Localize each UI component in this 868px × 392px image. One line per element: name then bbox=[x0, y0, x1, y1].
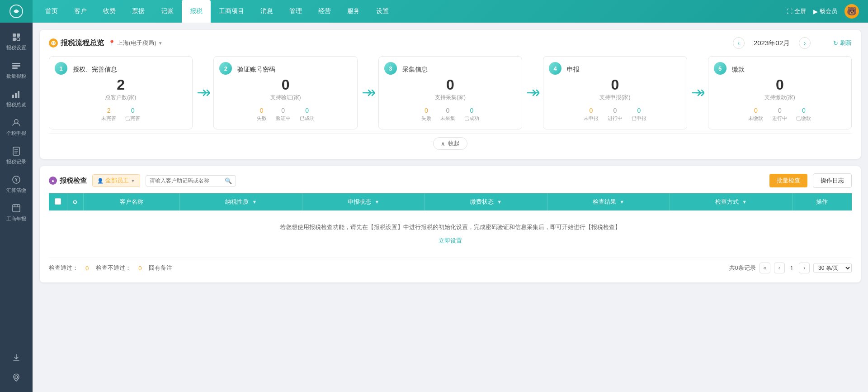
nav-settings[interactable]: 设置 bbox=[368, 0, 397, 23]
next-month-btn[interactable]: › bbox=[799, 37, 811, 49]
month-display: 2023年02月 bbox=[754, 39, 790, 48]
search-icon[interactable]: 🔍 bbox=[225, 177, 232, 184]
filter-icon-4: ▼ bbox=[619, 199, 624, 205]
arrow-4 bbox=[687, 56, 708, 129]
fullscreen-btn[interactable]: ⛶ 全屏 bbox=[787, 7, 806, 15]
col-declare-status[interactable]: 申报状态 ▼ bbox=[302, 193, 425, 210]
step-unit-2: 支持验证(家) bbox=[221, 94, 349, 101]
prev-page-btn[interactable]: ‹ bbox=[774, 263, 785, 273]
app-logo-icon bbox=[8, 3, 24, 19]
annual-report-icon bbox=[11, 203, 22, 214]
nav-service[interactable]: 服务 bbox=[339, 0, 368, 23]
collapse-btn[interactable]: ∧ 收起 bbox=[433, 137, 467, 150]
logo-area bbox=[0, 0, 33, 23]
empty-state-row: 若您想使用报税检查功能，请先在【报税设置】中进行报税的初始化设置，完成密码验证和… bbox=[49, 210, 852, 258]
step-stats-4: 0 未申报 0 进行中 0 已申报 bbox=[551, 107, 679, 122]
pass-count[interactable]: 0 bbox=[85, 265, 89, 272]
nav-manage[interactable]: 管理 bbox=[281, 0, 310, 23]
settlement-icon: ¥ bbox=[11, 174, 22, 185]
chevron-up-icon: ∧ bbox=[441, 140, 445, 147]
gear-icon[interactable]: ⚙ bbox=[72, 199, 78, 206]
sidebar-item-tax-overview[interactable]: 报税总览 bbox=[0, 84, 33, 113]
step-stats-5: 0 未缴款 0 进行中 0 已缴款 bbox=[716, 107, 844, 122]
stat-incomplete: 2 未完善 bbox=[101, 107, 116, 122]
col-check-method[interactable]: 检查方式 ▼ bbox=[670, 193, 792, 210]
tax-record-icon bbox=[11, 146, 22, 157]
svg-rect-1 bbox=[17, 33, 20, 37]
step-title-2: 验证账号密码 bbox=[221, 64, 349, 74]
refresh-icon: ↻ bbox=[833, 40, 838, 47]
setup-link[interactable]: 立即设置 bbox=[52, 235, 848, 254]
prev-month-btn[interactable]: ‹ bbox=[733, 37, 745, 49]
operation-log-btn[interactable]: 操作日志 bbox=[813, 173, 852, 188]
table-header: ⚙ 客户名称 纳税性质 ▼ 申报状态 ▼ 缴费状态 bbox=[49, 193, 852, 210]
chevron-down-icon: ▼ bbox=[158, 41, 163, 46]
section-title: ⊕ 报税流程总览 bbox=[49, 38, 104, 48]
svg-text:¥: ¥ bbox=[15, 177, 18, 182]
sidebar-item-batch-tax[interactable]: 批量报税 bbox=[0, 56, 33, 84]
filter-chevron-icon: ▼ bbox=[131, 178, 135, 183]
svg-line-4 bbox=[19, 40, 20, 41]
filter-icon-3: ▼ bbox=[497, 199, 502, 205]
sidebar-item-annual-report[interactable]: 工商年报 bbox=[0, 198, 33, 227]
col-check-result[interactable]: 检查结果 ▼ bbox=[547, 193, 670, 210]
nav-message[interactable]: 消息 bbox=[252, 0, 281, 23]
search-input[interactable] bbox=[150, 177, 222, 184]
check-title-icon: ● bbox=[49, 177, 57, 185]
nav-fee[interactable]: 收费 bbox=[95, 0, 124, 23]
col-client-name: 客户名称 bbox=[83, 193, 180, 210]
tax-overview-icon bbox=[11, 89, 22, 100]
next-page-btn[interactable]: › bbox=[799, 263, 810, 273]
first-page-btn[interactable]: « bbox=[760, 263, 770, 273]
sidebar-location[interactable] bbox=[0, 368, 33, 387]
step-count-4: 0 bbox=[551, 77, 679, 92]
nav-home[interactable]: 首页 bbox=[37, 0, 66, 23]
tax-bureau-selector[interactable]: 📍 上海(电子税局) ▼ bbox=[108, 39, 163, 47]
step-count-1: 2 bbox=[57, 77, 185, 92]
nav-operation[interactable]: 经营 bbox=[310, 0, 339, 23]
employee-icon: 👤 bbox=[97, 178, 104, 184]
section-title-icon: ⊕ bbox=[49, 38, 58, 48]
step-stats-3: 0 失败 0 未采集 0 已成功 bbox=[386, 107, 514, 122]
header-checkbox[interactable] bbox=[55, 198, 61, 205]
col-pay-status[interactable]: 缴费状态 ▼ bbox=[425, 193, 547, 210]
table-body: 若您想使用报税检查功能，请先在【报税设置】中进行报税的初始化设置，完成密码验证和… bbox=[49, 210, 852, 258]
sidebar-item-personal-tax[interactable]: 个税申报 bbox=[0, 113, 33, 141]
process-step-1: 1 授权、完善信息 2 总客户数(家) 2 未完善 0 已完善 bbox=[49, 56, 193, 129]
page-size-select[interactable]: 30 条/页 50 条/页 100 条/页 bbox=[813, 263, 852, 273]
step-count-5: 0 bbox=[716, 77, 844, 92]
month-nav: ‹ 2023年02月 › bbox=[733, 37, 811, 49]
location-icon bbox=[11, 372, 22, 383]
table-footer: 检查通过： 0 检查不通过： 0 囧有备注 共0条记录 « ‹ 1 › 30 条… bbox=[49, 258, 852, 275]
sidebar-item-settlement[interactable]: ¥ 汇算清缴 bbox=[0, 170, 33, 198]
sidebar-bottom bbox=[0, 348, 33, 392]
nav-business[interactable]: 工商项目 bbox=[211, 0, 252, 23]
fail-label: 检查不通过： bbox=[96, 264, 131, 272]
nav-invoice[interactable]: 票据 bbox=[124, 0, 153, 23]
employee-filter-btn[interactable]: 👤 全部员工 ▼ bbox=[92, 174, 140, 187]
svg-rect-2 bbox=[13, 38, 16, 41]
nav-accounting[interactable]: 记账 bbox=[153, 0, 182, 23]
filter-icon-2: ▼ bbox=[374, 199, 379, 205]
member-btn[interactable]: ▶ 畅会员 bbox=[813, 7, 837, 15]
nav-tax[interactable]: 报税 bbox=[182, 0, 211, 23]
batch-tax-icon bbox=[11, 60, 22, 71]
refresh-btn[interactable]: ↻ 刷新 bbox=[833, 39, 852, 47]
svg-rect-7 bbox=[12, 67, 18, 69]
step-count-2: 0 bbox=[221, 77, 349, 92]
col-tax-type[interactable]: 纳税性质 ▼ bbox=[180, 193, 302, 210]
step-unit-5: 支持缴款(家) bbox=[716, 94, 844, 101]
arrow-1 bbox=[193, 56, 213, 129]
fail-count[interactable]: 0 bbox=[138, 265, 142, 272]
nav-items: 首页 客户 收费 票据 记账 报税 工商项目 消息 管理 经营 服务 设置 bbox=[33, 0, 787, 23]
avatar: 🐻 bbox=[844, 4, 859, 19]
sidebar: 报税设置 批量报税 报税总览 个税申报 报税记录 ¥ 汇算清缴 工商年报 bbox=[0, 23, 33, 392]
batch-check-btn[interactable]: 批量检查 bbox=[769, 174, 807, 187]
nav-client[interactable]: 客户 bbox=[66, 0, 95, 23]
sidebar-download[interactable] bbox=[0, 348, 33, 368]
sidebar-item-tax-settings[interactable]: 报税设置 bbox=[0, 27, 33, 56]
svg-point-11 bbox=[14, 120, 18, 123]
arrow-2 bbox=[358, 56, 378, 129]
sidebar-item-tax-record[interactable]: 报税记录 bbox=[0, 141, 33, 170]
process-step-5: 5 缴款 0 支持缴款(家) 0 未缴款 0 进行中 0 已缴款 bbox=[708, 56, 852, 129]
